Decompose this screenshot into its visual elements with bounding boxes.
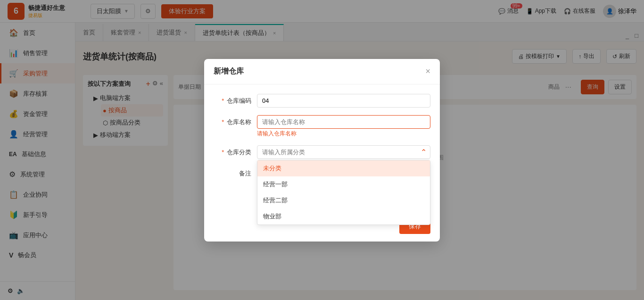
category-dropdown-menu: 未分类 经营一部 经营二部 物业部 [257, 160, 430, 225]
category-control: ⌃ 未分类 经营一部 经营二部 物业部 [257, 145, 430, 159]
name-label: * 仓库名称 [214, 115, 251, 126]
form-item-name: * 仓库名称 请输入仓库名称 [214, 115, 430, 138]
code-control [257, 94, 430, 108]
category-option-uncategorized[interactable]: 未分类 [257, 160, 430, 176]
category-option-dept1[interactable]: 经营一部 [257, 176, 430, 192]
code-required: * [222, 97, 224, 104]
modal-overlay: 新增仓库 × * 仓库编码 * 仓库名称 [0, 0, 644, 300]
modal-title: 新增仓库 [214, 67, 244, 76]
category-input[interactable] [257, 145, 430, 159]
name-required: * [222, 118, 224, 125]
form-item-category: * 仓库分类 ⌃ 未分类 经营一部 经营二部 物业部 [214, 145, 430, 159]
modal-close-button[interactable]: × [425, 67, 430, 76]
note-label: 备注 [214, 167, 251, 178]
form-item-code: * 仓库编码 [214, 94, 430, 108]
category-label: * 仓库分类 [214, 145, 251, 157]
category-required: * [222, 149, 224, 156]
name-control: 请输入仓库名称 [257, 115, 430, 138]
new-warehouse-modal: 新增仓库 × * 仓库编码 * 仓库名称 [204, 59, 440, 242]
code-label: * 仓库编码 [214, 94, 251, 105]
warehouse-name-input[interactable] [257, 115, 430, 129]
name-error-msg: 请输入仓库名称 [257, 130, 430, 138]
warehouse-code-input[interactable] [257, 94, 430, 108]
modal-header: 新增仓库 × [204, 59, 440, 84]
category-option-property[interactable]: 物业部 [257, 208, 430, 225]
modal-body: * 仓库编码 * 仓库名称 请输入仓库名称 [204, 84, 440, 213]
category-option-dept2[interactable]: 经营二部 [257, 192, 430, 208]
